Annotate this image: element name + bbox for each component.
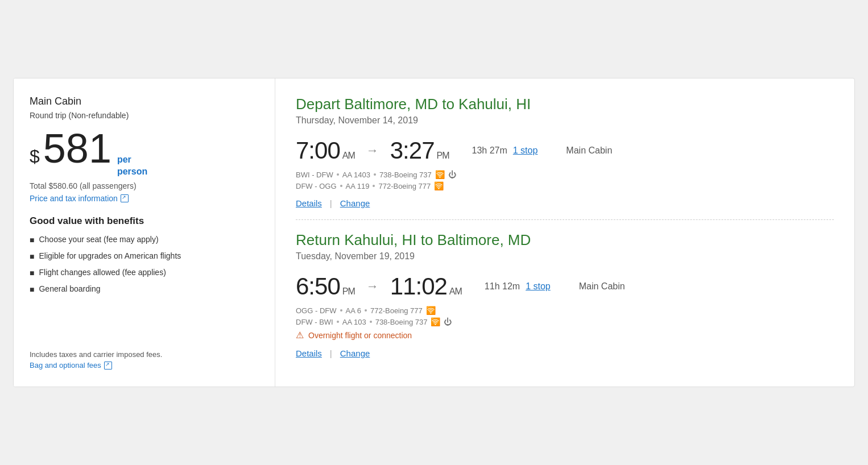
return-actions: Details | Change [296, 348, 834, 358]
return-pm-label: PM [342, 287, 355, 296]
depart-leg2-row: DFW - OGG AA 119 772-Boeing 777 🛜 [296, 181, 834, 190]
bag-link[interactable]: Bag and optional fees [30, 361, 259, 369]
depart-time-arrive: 3:27PM [390, 137, 449, 164]
benefit-item-1: ■ Choose your seat (fee may apply) [30, 235, 259, 244]
depart-details-link[interactable]: Details [296, 198, 322, 208]
depart-section: Depart Baltimore, MD to Kahului, HI Thur… [296, 96, 834, 208]
benefit-item-2: ■ Eligible for upgrades on American flig… [30, 251, 259, 261]
depart-time-depart: 7:00AM [296, 137, 355, 164]
right-panel: Depart Baltimore, MD to Kahului, HI Thur… [275, 78, 854, 387]
cabin-type: Main Cabin [30, 96, 259, 107]
return-duration-stop: 11h 12m 1 stop [485, 281, 551, 292]
power-icon: ⏻ [448, 170, 456, 179]
total-price: Total $580.60 (all passengers) [30, 181, 259, 190]
depart-arrow-icon: → [366, 143, 379, 158]
dot-icon [365, 309, 367, 312]
return-cabin-label: Main Cabin [579, 281, 625, 292]
benefits-title: Good value with benefits [30, 215, 259, 227]
return-stop-link[interactable]: 1 stop [526, 281, 551, 292]
wifi-icon-2: 🛜 [434, 181, 444, 190]
return-section: Return Kahului, HI to Baltimore, MD Tues… [296, 231, 834, 358]
depart-actions: Details | Change [296, 198, 834, 208]
return-time-row: 6:50PM → 11:02AM 11h 12m 1 stop Main Cab… [296, 273, 834, 300]
price-amount: 581 [43, 128, 111, 169]
overnight-warning: ⚠ Overnight flight or connection [296, 330, 834, 341]
wifi-icon-3: 🛜 [426, 306, 436, 315]
dot-icon [373, 185, 375, 187]
return-date: Tuesday, November 19, 2019 [296, 251, 834, 261]
per-person: perperson [117, 154, 147, 178]
return-time-arrive: 11:02AM [390, 273, 462, 300]
depart-duration: 13h 27m [472, 146, 507, 156]
warning-triangle-icon: ⚠ [296, 330, 304, 341]
return-details-link[interactable]: Details [296, 348, 322, 358]
return-time-depart: 6:50PM [296, 273, 355, 300]
depart-stop-link[interactable]: 1 stop [513, 146, 538, 156]
left-panel: Main Cabin Round trip (Non-refundable) $… [14, 78, 275, 387]
flight-divider [296, 219, 834, 220]
return-am-label: AM [449, 287, 462, 296]
dot-icon [337, 321, 339, 323]
dot-icon [340, 309, 342, 312]
price-row: $ 581 perperson [30, 128, 259, 178]
dot-icon [340, 185, 342, 187]
flight-card: Main Cabin Round trip (Non-refundable) $… [13, 78, 855, 387]
return-arrow-icon: → [366, 279, 379, 294]
dollar-sign: $ [30, 147, 40, 165]
depart-duration-stop: 13h 27m 1 stop [472, 146, 538, 156]
return-leg2-row: DFW - BWI AA 103 738-Boeing 737 🛜 ⏻ [296, 317, 834, 326]
return-change-link[interactable]: Change [340, 348, 370, 358]
dot-icon [370, 321, 372, 323]
depart-title: Depart Baltimore, MD to Kahului, HI [296, 96, 834, 113]
benefit-item-3: ■ Flight changes allowed (fee applies) [30, 268, 259, 277]
depart-pm-label: PM [437, 151, 449, 160]
depart-time-row: 7:00AM → 3:27PM 13h 27m 1 stop Main Cabi… [296, 137, 834, 164]
bag-external-icon [104, 362, 112, 369]
depart-date: Thursday, November 14, 2019 [296, 115, 834, 126]
trip-type: Round trip (Non-refundable) [30, 111, 259, 120]
external-link-icon [121, 194, 129, 202]
return-duration: 11h 12m [485, 281, 520, 292]
power-icon-2: ⏻ [444, 317, 452, 326]
left-bottom: Includes taxes and carrier imposed fees.… [30, 350, 259, 369]
wifi-icon-4: 🛜 [431, 317, 440, 326]
depart-cabin-label: Main Cabin [566, 146, 612, 156]
wifi-icon: 🛜 [435, 170, 445, 179]
return-leg1-row: OGG - DFW AA 6 772-Boeing 777 🛜 [296, 306, 834, 315]
depart-am-label: AM [342, 151, 355, 160]
benefit-item-4: ■ General boarding [30, 284, 259, 294]
includes-text: Includes taxes and carrier imposed fees. [30, 350, 259, 359]
price-tax-link[interactable]: Price and tax information [30, 194, 259, 203]
dot-icon [337, 173, 339, 176]
return-title: Return Kahului, HI to Baltimore, MD [296, 231, 834, 249]
dot-icon [374, 173, 376, 176]
depart-leg1-row: BWI - DFW AA 1403 738-Boeing 737 🛜 ⏻ [296, 170, 834, 179]
depart-change-link[interactable]: Change [340, 198, 370, 208]
